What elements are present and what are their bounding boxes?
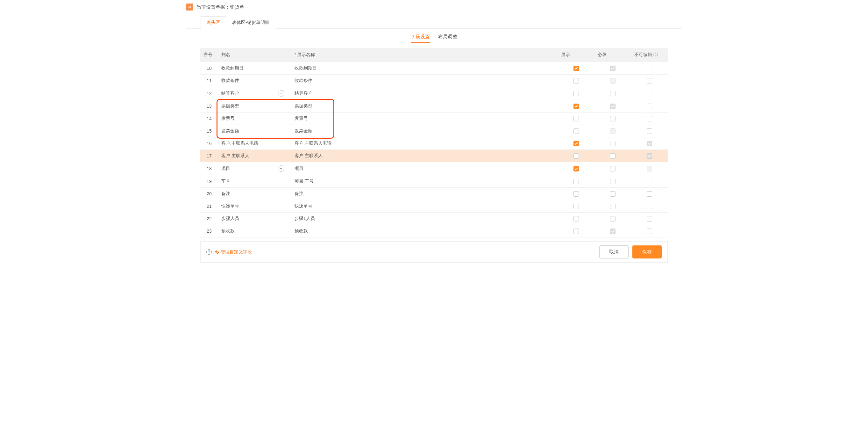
manage-custom-fields-link[interactable]: 管理自定义字段 bbox=[215, 249, 252, 255]
row-seq: 20 bbox=[200, 188, 218, 200]
row-name: 收款到期日 bbox=[221, 65, 244, 71]
show-checkbox[interactable] bbox=[574, 66, 579, 71]
table-row: 16客户.主联系人电话客户.主联系人电话 bbox=[200, 137, 668, 150]
row-name: 发票金额 bbox=[221, 128, 239, 134]
readonly-checkbox bbox=[647, 141, 652, 146]
required-checkbox bbox=[610, 104, 616, 109]
show-checkbox[interactable] bbox=[574, 78, 579, 84]
required-checkbox[interactable] bbox=[610, 191, 616, 197]
readonly-checkbox[interactable] bbox=[647, 116, 652, 121]
row-display-name[interactable]: 收款条件 bbox=[291, 75, 558, 87]
show-checkbox[interactable] bbox=[574, 204, 579, 209]
row-name-cell: 项目+ bbox=[218, 162, 291, 175]
required-checkbox[interactable] bbox=[610, 204, 616, 209]
help-icon[interactable]: ? bbox=[653, 53, 658, 57]
table-row: 14发票号发票号 bbox=[200, 113, 668, 125]
required-checkbox[interactable] bbox=[610, 179, 616, 184]
row-name-cell: 客户.主联系人 bbox=[218, 150, 291, 162]
show-checkbox[interactable] bbox=[574, 229, 579, 234]
show-checkbox[interactable] bbox=[574, 179, 579, 184]
row-display-name[interactable]: 备注 bbox=[291, 188, 558, 200]
row-name: 车号 bbox=[221, 178, 230, 184]
show-checkbox[interactable] bbox=[574, 116, 579, 121]
row-display-name[interactable]: 发票金额 bbox=[291, 125, 558, 137]
table-row: 10收款到期日收款到期日 bbox=[200, 62, 668, 75]
show-checkbox[interactable] bbox=[574, 104, 579, 109]
row-display-name[interactable]: 票据类型 bbox=[291, 100, 558, 113]
field-table: 序号 列名 *显示名称 显示 必录 不可编辑? 10收款到期日收款到期日11收款… bbox=[200, 48, 668, 237]
row-display-name[interactable]: 快递单号 bbox=[291, 200, 558, 212]
row-name-cell: 发票金额 bbox=[218, 125, 291, 137]
readonly-checkbox[interactable] bbox=[647, 204, 652, 209]
main-tab-0[interactable]: 表头区 bbox=[200, 16, 226, 29]
show-checkbox[interactable] bbox=[574, 153, 579, 159]
row-seq: 22 bbox=[200, 212, 218, 225]
row-seq: 19 bbox=[200, 175, 218, 188]
row-name: 客户.主联系人电话 bbox=[221, 141, 258, 146]
table-row: 21快递单号快递单号 bbox=[200, 200, 668, 212]
show-checkbox[interactable] bbox=[574, 141, 579, 146]
gear-icon bbox=[215, 250, 219, 254]
show-checkbox[interactable] bbox=[574, 191, 579, 197]
readonly-checkbox[interactable] bbox=[647, 229, 652, 234]
col-header-display: *显示名称 bbox=[291, 48, 558, 62]
main-tab-1[interactable]: 表体区-销货单明细 bbox=[226, 16, 275, 29]
row-name: 步骤人员 bbox=[221, 216, 239, 222]
main-tabs: 表头区表体区-销货单明细 bbox=[186, 16, 682, 29]
footer-bar: ? 管理自定义字段 取消 保存 bbox=[200, 241, 668, 263]
collapse-toggle[interactable] bbox=[186, 3, 193, 10]
required-checkbox[interactable] bbox=[610, 216, 616, 222]
sub-tab-0[interactable]: 字段设置 bbox=[411, 34, 430, 44]
table-row: 22步骤人员步骤1人员 bbox=[200, 212, 668, 225]
table-row: 17客户.主联系人客户.主联系人 bbox=[200, 150, 668, 162]
readonly-checkbox[interactable] bbox=[647, 78, 652, 84]
help-icon[interactable]: ? bbox=[206, 249, 212, 255]
row-name-cell: 车号 bbox=[218, 175, 291, 188]
row-display-name[interactable]: 项目 bbox=[291, 162, 558, 175]
readonly-checkbox[interactable] bbox=[647, 216, 652, 222]
row-name-cell: 发票号 bbox=[218, 113, 291, 125]
table-row: 11收款条件收款条件 bbox=[200, 75, 668, 87]
row-name: 客户.主联系人 bbox=[221, 153, 249, 159]
row-display-name[interactable]: 结算客户 bbox=[291, 87, 558, 100]
required-checkbox[interactable] bbox=[610, 141, 616, 146]
required-checkbox[interactable] bbox=[610, 166, 616, 171]
required-checkbox[interactable] bbox=[610, 116, 616, 121]
row-display-name[interactable]: 项目.车号 bbox=[291, 175, 558, 188]
show-checkbox[interactable] bbox=[574, 166, 579, 171]
readonly-checkbox[interactable] bbox=[647, 128, 652, 134]
row-seq: 11 bbox=[200, 75, 218, 87]
col-header-required: 必录 bbox=[594, 48, 631, 62]
readonly-checkbox[interactable] bbox=[647, 66, 652, 71]
add-child-button[interactable]: + bbox=[278, 165, 284, 172]
field-table-wrap: 序号 列名 *显示名称 显示 必录 不可编辑? 10收款到期日收款到期日11收款… bbox=[200, 48, 668, 237]
readonly-checkbox[interactable] bbox=[647, 191, 652, 197]
required-checkbox[interactable] bbox=[610, 91, 616, 96]
table-row: 18项目+项目 bbox=[200, 162, 668, 175]
show-checkbox[interactable] bbox=[574, 128, 579, 134]
row-display-name[interactable]: 客户.主联系人电话 bbox=[291, 137, 558, 150]
show-checkbox[interactable] bbox=[574, 91, 579, 96]
row-display-name[interactable]: 预收款 bbox=[291, 225, 558, 237]
row-seq: 12 bbox=[200, 87, 218, 100]
add-child-button[interactable]: + bbox=[278, 90, 284, 96]
row-display-name[interactable]: 收款到期日 bbox=[291, 62, 558, 75]
row-name-cell: 收款到期日 bbox=[218, 62, 291, 75]
readonly-checkbox[interactable] bbox=[647, 91, 652, 96]
readonly-checkbox[interactable] bbox=[647, 104, 652, 109]
required-checkbox bbox=[610, 78, 616, 84]
row-name: 发票号 bbox=[221, 116, 235, 121]
save-button[interactable]: 保存 bbox=[632, 246, 662, 258]
required-checkbox[interactable] bbox=[610, 153, 616, 159]
row-display-name[interactable]: 客户.主联系人 bbox=[291, 150, 558, 162]
required-checkbox bbox=[610, 66, 616, 71]
row-name-cell: 结算客户+ bbox=[218, 87, 291, 100]
readonly-checkbox[interactable] bbox=[647, 179, 652, 184]
sub-tab-1[interactable]: 布局调整 bbox=[438, 34, 457, 44]
col-header-readonly: 不可编辑? bbox=[631, 48, 668, 62]
table-row: 13票据类型票据类型 bbox=[200, 100, 668, 113]
row-display-name[interactable]: 发票号 bbox=[291, 113, 558, 125]
row-display-name[interactable]: 步骤1人员 bbox=[291, 212, 558, 225]
cancel-button[interactable]: 取消 bbox=[599, 246, 628, 258]
show-checkbox[interactable] bbox=[574, 216, 579, 222]
